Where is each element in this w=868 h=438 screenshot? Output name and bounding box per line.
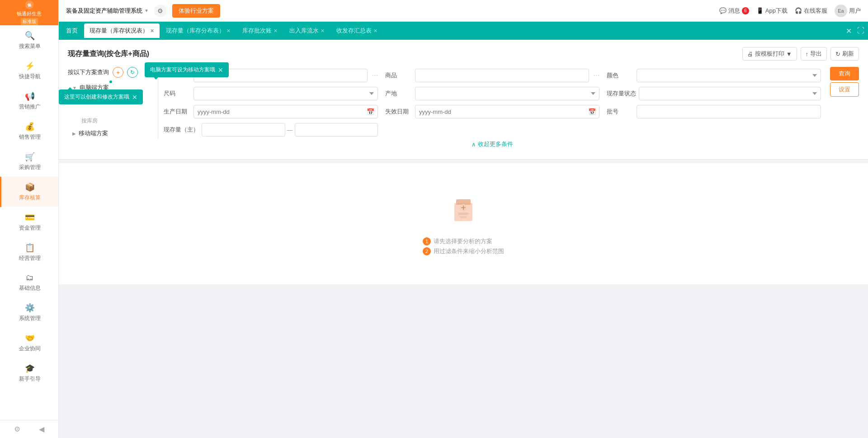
industry-button[interactable]: 体验行业方案 bbox=[172, 4, 220, 18]
notification-label: 消息 bbox=[728, 7, 740, 15]
header-right: 💬 消息 6 📱 App下载 🎧 在线客服 Ea 用户 bbox=[719, 5, 861, 17]
online-service-action[interactable]: 🎧 在线客服 bbox=[795, 7, 827, 15]
tab-batch[interactable]: 库存批次账 ✕ bbox=[237, 24, 283, 38]
expire-date-filter: 失效日期 📅 bbox=[385, 105, 599, 118]
sidebar-bottom: ⚙ ◀ bbox=[0, 420, 58, 438]
stock-amount-from[interactable] bbox=[202, 123, 285, 137]
warehouse-dots[interactable]: ··· bbox=[372, 71, 378, 80]
stock-status-select[interactable] bbox=[639, 87, 821, 100]
collapse-row[interactable]: ∧ 收起更多条件 bbox=[164, 137, 821, 152]
goods-dots[interactable]: ··· bbox=[594, 71, 599, 80]
export-button[interactable]: ↑ 导出 bbox=[801, 47, 827, 61]
app-download-action[interactable]: 📱 App下载 bbox=[756, 7, 788, 15]
filter-left: 按以下方案查询 + ↻ ← 电脑方案可设为移动方案哦 ✕ bbox=[68, 67, 158, 139]
batch-input[interactable] bbox=[637, 105, 821, 118]
system-title: 装备及固定资产辅助管理系统 bbox=[66, 7, 142, 15]
quick-nav-icon: ⚡ bbox=[25, 61, 35, 71]
logo-badge: 标准版 bbox=[21, 18, 38, 25]
produce-date-filter: 生产日期 📅 bbox=[164, 105, 378, 118]
size-select[interactable] bbox=[193, 87, 378, 100]
tip1-text: 请先选择要分析的方案 bbox=[434, 237, 492, 245]
size-filter: 尺码 bbox=[164, 87, 378, 100]
reset-button[interactable]: 设置 bbox=[830, 82, 859, 97]
sidebar-item-guide[interactable]: 🎓 新手引导 bbox=[0, 358, 58, 388]
goods-filter: 商品 ··· bbox=[385, 69, 599, 82]
expire-date-label: 失效日期 bbox=[385, 108, 412, 116]
operations-icon: 📋 bbox=[25, 243, 35, 253]
origin-select[interactable] bbox=[415, 87, 599, 100]
sidebar-item-base-info-label: 基础信息 bbox=[19, 284, 41, 292]
tooltip1-close[interactable]: ✕ bbox=[218, 66, 223, 74]
empty-tips: 1 请先选择要分析的方案 2 用过滤条件来缩小分析范围 bbox=[423, 235, 504, 257]
sidebar-item-quick-nav-label: 快捷导航 bbox=[19, 73, 41, 80]
sidebar-item-system[interactable]: ⚙️ 系统管理 bbox=[0, 297, 58, 328]
produce-date-cal-icon[interactable]: 📅 bbox=[367, 108, 374, 115]
add-scheme-btn[interactable]: + bbox=[113, 67, 123, 78]
settings-gear-btn[interactable]: ⚙ bbox=[154, 5, 167, 17]
expire-date-cal-icon[interactable]: 📅 bbox=[588, 108, 596, 115]
print-label: 按模板打印 bbox=[755, 50, 784, 58]
sidebar-item-marketing[interactable]: 📢 营销推广 bbox=[0, 86, 58, 116]
sidebar-item-enterprise-label: 企业协同 bbox=[19, 345, 41, 353]
scheme-tree: ▼ 电脑端方案 这里可以创建和修改方案哦 ✕ 按库房 bbox=[72, 82, 153, 139]
sidebar-item-quick-nav[interactable]: ⚡ 快捷导航 bbox=[0, 56, 58, 86]
sidebar-item-assets[interactable]: 💳 资金管理 bbox=[0, 207, 58, 237]
stock-amount-to[interactable] bbox=[295, 123, 378, 137]
enterprise-icon: 🤝 bbox=[25, 333, 35, 343]
tab-flow-close-icon[interactable]: ✕ bbox=[321, 28, 325, 34]
collapse-btn[interactable]: ◀ bbox=[39, 425, 44, 433]
notification-icon: 💬 bbox=[719, 7, 726, 14]
tab-maximize-icon[interactable]: ⛶ bbox=[855, 25, 866, 37]
tab-summary-close-icon[interactable]: ✕ bbox=[373, 28, 377, 34]
tab-close-all-icon[interactable]: ✕ bbox=[844, 25, 854, 37]
color-label: 颜色 bbox=[607, 71, 634, 80]
tab-bar: 首页 现存量（库存状况表） ✕ 现存量（库存分布表） ✕ 库存批次账 ✕ 出入库… bbox=[59, 22, 868, 40]
sidebar-item-purchase[interactable]: 🛒 采购管理 bbox=[0, 146, 58, 177]
logo-text: 畅通好生意 bbox=[17, 10, 42, 17]
color-select[interactable] bbox=[637, 69, 821, 82]
purchase-icon: 🛒 bbox=[25, 152, 35, 162]
logo-icon: 畅 bbox=[21, 0, 38, 9]
tooltip2-close[interactable]: ✕ bbox=[132, 94, 137, 101]
sidebar-item-system-label: 系统管理 bbox=[19, 315, 41, 322]
tab-stock-status[interactable]: 现存量（库存状况表） ✕ bbox=[84, 24, 160, 38]
tab-home-label: 首页 bbox=[66, 27, 78, 35]
system-title-select[interactable]: 装备及固定资产辅助管理系统 ▼ bbox=[66, 7, 149, 15]
search-button[interactable]: 查询 bbox=[830, 67, 859, 80]
dot-indicator bbox=[108, 80, 113, 84]
expire-date-input[interactable] bbox=[415, 105, 599, 118]
tab-stock-status-close-icon[interactable]: ✕ bbox=[150, 28, 154, 34]
tab-summary[interactable]: 收发存汇总表 ✕ bbox=[331, 24, 383, 38]
tab-batch-close-icon[interactable]: ✕ bbox=[274, 28, 278, 34]
refresh-button[interactable]: ↻ 刷新 bbox=[830, 47, 859, 61]
notification-action[interactable]: 💬 消息 6 bbox=[719, 7, 749, 15]
filter-label-row: 按以下方案查询 + ↻ ← bbox=[68, 67, 153, 78]
user-action[interactable]: Ea 用户 bbox=[835, 5, 861, 17]
print-button[interactable]: 🖨 按模板打印 ▼ bbox=[742, 47, 797, 61]
sidebar-item-sales-label: 销售管理 bbox=[19, 133, 41, 141]
sidebar-item-enterprise[interactable]: 🤝 企业协同 bbox=[0, 328, 58, 358]
goods-input[interactable] bbox=[415, 69, 589, 82]
tab-flow[interactable]: 出入库流水 ✕ bbox=[284, 24, 330, 38]
sidebar-item-search[interactable]: 🔍 搜索菜单 bbox=[0, 25, 58, 56]
refresh-scheme-btn[interactable]: ↻ bbox=[127, 67, 138, 78]
notification-badge: 6 bbox=[742, 7, 749, 14]
sidebar-item-inventory[interactable]: 📦 库存核算 bbox=[0, 177, 58, 207]
scheme-mobile-row[interactable]: ▶ 移动端方案 bbox=[72, 128, 153, 139]
tab-home[interactable]: 首页 bbox=[61, 24, 83, 38]
sidebar-item-sales[interactable]: 💰 销售管理 bbox=[0, 116, 58, 146]
scheme-sub: 按库房 bbox=[81, 116, 153, 126]
tab-stock-dist[interactable]: 现存量（库存分布表） ✕ bbox=[160, 24, 236, 38]
sidebar-item-operations[interactable]: 📋 经营管理 bbox=[0, 237, 58, 268]
goods-input-wrap bbox=[415, 69, 589, 82]
filter-grid: ··· 商品 ··· 颜色 bbox=[164, 69, 821, 137]
produce-date-input[interactable] bbox=[193, 105, 378, 118]
filter-right: ··· 商品 ··· 颜色 bbox=[164, 67, 821, 152]
sidebar-nav: 🔍 搜索菜单 ⚡ 快捷导航 📢 营销推广 💰 销售管理 🛒 采购管理 📦 库存核… bbox=[0, 25, 58, 420]
sidebar-item-base-info[interactable]: 🗂 基础信息 bbox=[0, 268, 58, 297]
tab-stock-dist-close-icon[interactable]: ✕ bbox=[226, 28, 231, 34]
settings-bottom-btn[interactable]: ⚙ bbox=[14, 425, 20, 433]
range-dash: — bbox=[287, 127, 293, 133]
tip1-num: 1 bbox=[423, 237, 431, 245]
tooltip1-text: 电脑方案可设为移动方案哦 bbox=[150, 66, 215, 74]
